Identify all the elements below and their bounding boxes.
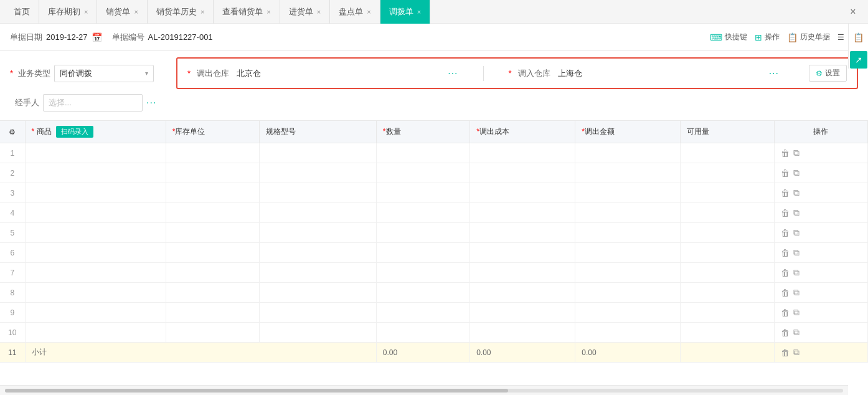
- product-cell[interactable]: [25, 283, 166, 303]
- handler-input[interactable]: 选择...: [43, 94, 143, 112]
- tab-sales-history[interactable]: 销货单历史 ×: [148, 0, 214, 24]
- unit-cell[interactable]: [166, 323, 259, 343]
- unit-cell[interactable]: [166, 203, 259, 223]
- operations-button[interactable]: ⊞ 操作: [755, 32, 780, 42]
- avail-cell[interactable]: [681, 223, 774, 243]
- avail-cell[interactable]: [681, 163, 774, 183]
- delete-icon[interactable]: 🗑: [781, 168, 790, 178]
- qty-cell[interactable]: [376, 283, 469, 303]
- unit-cell[interactable]: [166, 283, 259, 303]
- amount-cell[interactable]: [575, 143, 681, 163]
- copy-icon[interactable]: ⧉: [793, 347, 800, 358]
- amount-cell[interactable]: [575, 163, 681, 183]
- qty-cell[interactable]: [376, 263, 469, 283]
- business-type-input[interactable]: 同价调拨 ▾: [54, 65, 154, 82]
- cost-cell[interactable]: [470, 303, 575, 323]
- copy-icon[interactable]: ⧉: [793, 168, 800, 178]
- copy-icon[interactable]: ⧉: [793, 327, 800, 338]
- cost-cell[interactable]: [470, 263, 575, 283]
- avail-cell[interactable]: [681, 283, 774, 303]
- avail-cell[interactable]: [681, 143, 774, 163]
- delete-icon[interactable]: 🗑: [781, 268, 790, 278]
- cost-cell[interactable]: [470, 183, 575, 203]
- tab-inventory-check[interactable]: 盘点单 ×: [330, 0, 380, 24]
- close-icon[interactable]: ×: [134, 8, 138, 16]
- amount-cell[interactable]: [575, 203, 681, 223]
- scan-entry-button[interactable]: 扫码录入: [56, 126, 93, 138]
- layout-list-button[interactable]: ☰: [837, 33, 844, 42]
- qty-cell[interactable]: [376, 143, 469, 163]
- col-gear[interactable]: ⚙: [0, 121, 25, 143]
- spec-cell[interactable]: [259, 143, 376, 163]
- tab-view-sales[interactable]: 查看销货单 ×: [214, 0, 280, 24]
- product-cell[interactable]: [25, 323, 166, 343]
- unit-cell[interactable]: [166, 303, 259, 323]
- close-icon[interactable]: ×: [317, 8, 321, 16]
- product-cell[interactable]: [25, 223, 166, 243]
- copy-icon[interactable]: ⧉: [793, 227, 800, 238]
- avail-cell[interactable]: [681, 263, 774, 283]
- delete-icon[interactable]: 🗑: [781, 188, 790, 198]
- warehouse-out-more-button[interactable]: ···: [448, 68, 458, 79]
- cost-cell[interactable]: [470, 323, 575, 343]
- sidebar-doc-icon[interactable]: 📋: [850, 29, 867, 46]
- close-icon[interactable]: ×: [417, 8, 421, 16]
- sidebar-export-icon[interactable]: ↗: [850, 51, 867, 69]
- copy-icon[interactable]: ⧉: [793, 207, 800, 218]
- delete-icon[interactable]: 🗑: [781, 228, 790, 238]
- unit-cell[interactable]: [166, 223, 259, 243]
- close-icon[interactable]: ×: [367, 8, 370, 16]
- qty-cell[interactable]: [376, 223, 469, 243]
- avail-cell[interactable]: [681, 183, 774, 203]
- spec-cell[interactable]: [259, 323, 376, 343]
- copy-icon[interactable]: ⧉: [793, 307, 800, 318]
- amount-cell[interactable]: [575, 243, 681, 263]
- bottom-scrollbar[interactable]: [0, 385, 848, 395]
- product-cell[interactable]: [25, 203, 166, 223]
- product-cell[interactable]: [25, 243, 166, 263]
- qty-cell[interactable]: [376, 183, 469, 203]
- unit-cell[interactable]: [166, 163, 259, 183]
- delete-icon[interactable]: 🗑: [781, 248, 790, 258]
- amount-cell[interactable]: [575, 303, 681, 323]
- unit-cell[interactable]: [166, 143, 259, 163]
- product-cell[interactable]: [25, 263, 166, 283]
- calendar-icon[interactable]: 📅: [92, 32, 102, 42]
- qty-cell[interactable]: [376, 163, 469, 183]
- spec-cell[interactable]: [259, 163, 376, 183]
- qty-cell[interactable]: [376, 323, 469, 343]
- close-icon[interactable]: ×: [200, 8, 204, 16]
- spec-cell[interactable]: [259, 243, 376, 263]
- tab-transfer-order[interactable]: 调拨单 ×: [380, 0, 430, 24]
- spec-cell[interactable]: [259, 183, 376, 203]
- amount-cell[interactable]: [575, 183, 681, 203]
- delete-icon[interactable]: 🗑: [781, 348, 790, 358]
- tab-home[interactable]: 首页: [5, 0, 39, 24]
- delete-icon[interactable]: 🗑: [781, 208, 790, 218]
- amount-cell[interactable]: [575, 223, 681, 243]
- handler-more-button[interactable]: ···: [146, 97, 156, 108]
- spec-cell[interactable]: [259, 263, 376, 283]
- warehouse-in-more-button[interactable]: ···: [769, 68, 779, 79]
- shortcut-button[interactable]: ⌨ 快捷键: [710, 32, 747, 42]
- copy-icon[interactable]: ⧉: [793, 148, 800, 158]
- spec-cell[interactable]: [259, 283, 376, 303]
- close-icon[interactable]: ×: [84, 8, 88, 16]
- spec-cell[interactable]: [259, 203, 376, 223]
- avail-cell[interactable]: [681, 203, 774, 223]
- avail-cell[interactable]: [681, 243, 774, 263]
- qty-cell[interactable]: [376, 203, 469, 223]
- cost-cell[interactable]: [470, 203, 575, 223]
- qty-cell[interactable]: [376, 303, 469, 323]
- qty-cell[interactable]: [376, 243, 469, 263]
- copy-icon[interactable]: ⧉: [793, 287, 800, 298]
- avail-cell[interactable]: [681, 303, 774, 323]
- cost-cell[interactable]: [470, 223, 575, 243]
- cost-cell[interactable]: [470, 283, 575, 303]
- copy-icon[interactable]: ⧉: [793, 247, 800, 258]
- delete-icon[interactable]: 🗑: [781, 308, 790, 318]
- spec-cell[interactable]: [259, 223, 376, 243]
- table-container[interactable]: ⚙ * 商品 扫码录入 *库存单位 规格型号 *数量: [0, 121, 868, 385]
- product-cell[interactable]: [25, 303, 166, 323]
- copy-icon[interactable]: ⧉: [793, 188, 800, 198]
